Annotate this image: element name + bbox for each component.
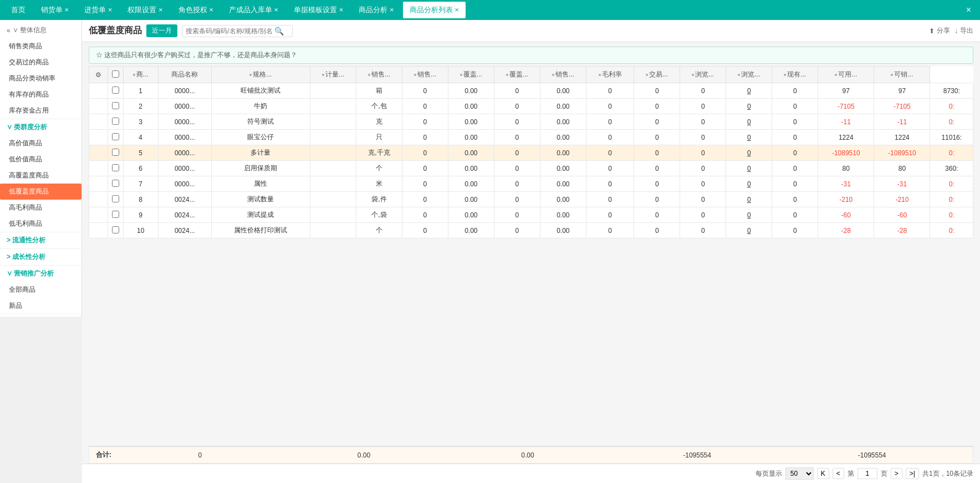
search-icon[interactable]: 🔍 [274,27,284,35]
row-browse1-9[interactable]: 0 [726,223,772,238]
page-number-input[interactable] [858,468,877,479]
row-checkbox-3[interactable] [108,130,123,145]
sidebar-item-low-margin[interactable]: 低毛利商品 [0,216,81,232]
table-container[interactable]: ⚙ 商... 商品名称 规格... 计量... 销售... 销售... 覆盖..… [82,66,980,446]
footer-label: 合计: [96,450,111,460]
sidebar-item-new-goods[interactable]: 新品 [0,298,81,314]
col-current-header[interactable]: 现有... [772,67,818,83]
col-cover1-header[interactable]: 覆盖... [448,67,494,83]
col-trade-header[interactable]: 交易... [634,67,680,83]
nav-role[interactable]: 角色授权 × [172,2,220,18]
last-page-button[interactable]: >| [906,468,919,479]
sidebar-item-high-value[interactable]: 高价值商品 [0,135,81,151]
close-button[interactable]: × [962,3,976,17]
col-checkbox[interactable] [108,67,123,83]
row-check-2[interactable] [112,118,119,125]
row-current-4: -1089510 [818,145,874,161]
row-browse1-2[interactable]: 0 [726,114,772,130]
row-browse1-1[interactable]: 0 [726,99,772,114]
prev-page-button[interactable]: < [833,468,844,479]
col-sales3-header[interactable]: 销售... [540,67,586,83]
sidebar-item-low-coverage[interactable]: 低覆盖度商品 [0,184,81,200]
col-cover2-header[interactable]: 覆盖... [494,67,540,83]
pagination: 每页显示 50 100 200 K < 第 页 > >| 共1页，10条记录 [82,464,980,483]
col-sellable-header[interactable]: 可销... [874,67,930,83]
row-checkbox-4[interactable] [108,145,123,161]
sidebar-section-flow[interactable]: > 流通性分析 [0,232,81,248]
sidebar-item-stock-fund[interactable]: 库存资金占用 [0,103,81,119]
share-icon: ⬆ [929,27,935,35]
row-settings-6 [89,176,108,192]
row-browse1-7[interactable]: 0 [726,192,772,207]
row-check-3[interactable] [112,133,119,140]
nav-home[interactable]: 首页 [4,2,32,18]
row-check-1[interactable] [112,102,119,109]
row-checkbox-8[interactable] [108,207,123,223]
time-filter-button[interactable]: 近一月 [146,24,177,37]
row-browse1-8[interactable]: 0 [726,207,772,223]
row-check-8[interactable] [112,211,119,218]
col-unit-header[interactable]: 计量... [310,67,356,83]
nav-purchase[interactable]: 进货单 × [78,2,119,18]
col-spec-header[interactable]: 规格... [212,67,310,83]
row-no-0: 1 [123,83,158,99]
row-check-7[interactable] [112,195,119,202]
col-name-header[interactable]: 商品名称 [158,67,212,83]
row-checkbox-7[interactable] [108,192,123,207]
sidebar-item-traded-goods[interactable]: 交易过的商品 [0,54,81,70]
row-browse1-3[interactable]: 0 [726,130,772,145]
nav-sales[interactable]: 销货单 × [34,2,75,18]
search-input[interactable] [186,27,274,35]
row-cover1-7: 0 [494,192,540,207]
row-checkbox-6[interactable] [108,176,123,192]
row-browse1-4[interactable]: 0 [726,145,772,161]
nav-template[interactable]: 单据模板设置 × [287,2,350,18]
sidebar-section-marketing[interactable]: ∨ 营销推广分析 [0,266,81,282]
row-check-6[interactable] [112,180,119,187]
sidebar-item-in-stock[interactable]: 有库存的商品 [0,87,81,103]
next-page-button[interactable]: > [891,468,902,479]
col-grossrate-header[interactable]: 毛利率 [586,67,634,83]
nav-permissions[interactable]: 权限设置 × [121,2,169,18]
sidebar-item-high-coverage[interactable]: 高覆盖度商品 [0,167,81,184]
row-check-0[interactable] [112,87,119,94]
row-check-5[interactable] [112,164,119,171]
row-check-9[interactable] [112,226,119,233]
sidebar-item-high-margin[interactable]: 高毛利商品 [0,200,81,216]
share-button[interactable]: ⬆ 分享 [929,26,950,35]
row-browse1-5[interactable]: 0 [726,161,772,176]
col-available-header[interactable]: 可用... [818,67,874,83]
row-checkbox-9[interactable] [108,223,123,238]
first-page-button[interactable]: K [817,468,829,479]
sidebar-title-overall[interactable]: « ∨ 整体信息 [0,22,81,38]
sidebar-item-sales-goods[interactable]: 销售类商品 [0,38,81,54]
row-checkbox-0[interactable] [108,83,123,99]
row-grossrate-7: 0 [634,192,680,207]
row-check-4[interactable] [112,149,119,156]
sidebar-item-category-rate[interactable]: 商品分类动销率 [0,70,81,87]
sidebar-section-category[interactable]: ∨ 类群度分析 [0,119,81,135]
sidebar-item-low-value[interactable]: 低价值商品 [0,151,81,167]
row-checkbox-2[interactable] [108,114,123,130]
select-all-checkbox[interactable] [112,70,119,78]
export-button[interactable]: ↓ 导出 [955,26,973,35]
row-browse1-0[interactable]: 0 [726,83,772,99]
nav-analysis[interactable]: 商品分析 × [352,2,400,18]
row-checkbox-5[interactable] [108,161,123,176]
row-checkbox-1[interactable] [108,99,123,114]
col-settings[interactable]: ⚙ [89,67,108,83]
sidebar-section-growth[interactable]: > 成长性分析 [0,249,81,265]
per-page-label: 每页显示 [756,469,782,479]
row-no-8: 9 [123,207,158,223]
col-browse1-header[interactable]: 浏览... [680,67,726,83]
row-sales3-5: 0 [586,161,634,176]
sidebar-item-all-goods[interactable]: 全部商品 [0,282,81,298]
col-browse2-header[interactable]: 浏览... [726,67,772,83]
row-browse1-6[interactable]: 0 [726,176,772,192]
row-no-6: 7 [123,176,158,192]
per-page-select[interactable]: 50 100 200 [785,467,814,480]
nav-analysis-list[interactable]: 商品分析列表 × [403,2,466,18]
col-sales1-header[interactable]: 销售... [356,67,402,83]
col-sales2-header[interactable]: 销售... [402,67,448,83]
nav-products[interactable]: 产成品入库单 × [222,2,285,18]
